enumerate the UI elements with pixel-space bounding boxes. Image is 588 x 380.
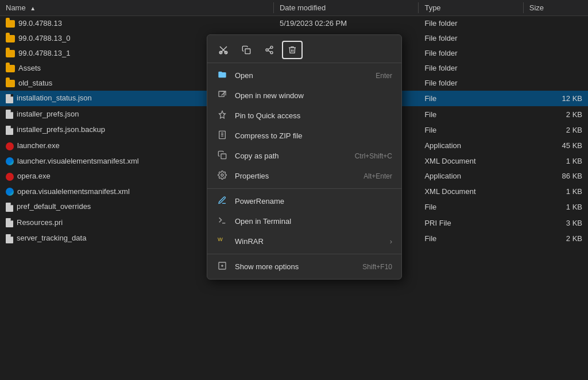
- file-type: File folder: [419, 61, 523, 76]
- ctx-item-open-terminal[interactable]: Open in Terminal: [207, 211, 401, 231]
- file-size: 2 KB: [524, 231, 588, 247]
- col-header-name[interactable]: Name ▲: [0, 0, 274, 16]
- ctx-item-icon-open-new: [216, 90, 228, 101]
- file-size: 1 KB: [524, 199, 588, 215]
- ctx-item-winrar[interactable]: W WinRAR ›: [207, 231, 401, 251]
- ctx-item-icon-open-terminal: [216, 216, 228, 227]
- folder-icon: [6, 50, 15, 57]
- ctx-item-shortcut-properties: Alt+Enter: [363, 172, 392, 180]
- ctx-item-more-options[interactable]: Show more options Shift+F10: [207, 257, 401, 277]
- ctx-top-btn-share[interactable]: [259, 41, 280, 59]
- file-date: 5/19/2023 02:26 PM: [274, 16, 419, 31]
- file-icon: [6, 94, 13, 103]
- file-type: XML Document: [419, 153, 523, 169]
- ctx-item-copy-path[interactable]: Copy as path Ctrl+Shift+C: [207, 146, 401, 166]
- file-size: 12 KB: [524, 91, 588, 107]
- file-type: File folder: [419, 16, 523, 31]
- file-icon: [6, 110, 13, 119]
- svg-line-11: [222, 91, 226, 95]
- ctx-top-btn-delete[interactable]: [282, 41, 303, 59]
- ctx-item-compress-zip[interactable]: Compress to ZIP file: [207, 126, 401, 146]
- ctx-item-properties[interactable]: Properties Alt+Enter: [207, 166, 401, 186]
- ctx-item-label-copy-path: Copy as path: [235, 152, 348, 160]
- svg-line-9: [268, 48, 271, 49]
- ctx-item-pin-quick[interactable]: Pin to Quick access: [207, 106, 401, 126]
- file-type: File: [419, 199, 523, 215]
- file-size: [524, 31, 588, 46]
- folder-icon: [6, 65, 15, 72]
- svg-line-8: [268, 51, 271, 52]
- ctx-item-icon-properties: [216, 170, 228, 181]
- ctx-item-icon-compress-zip: [216, 130, 228, 141]
- ctx-item-shortcut-open: Enter: [376, 72, 392, 80]
- svg-text:W: W: [218, 236, 223, 242]
- folder-icon: [6, 35, 15, 42]
- context-menu: Open Enter Open in new window Pin to Qui…: [207, 34, 402, 280]
- context-menu-top-bar: [207, 37, 401, 63]
- file-size: 86 KB: [524, 169, 588, 184]
- ctx-top-btn-copy[interactable]: [236, 41, 257, 59]
- ctx-item-icon-power-rename: [216, 196, 228, 207]
- file-size: 2 KB: [524, 122, 588, 138]
- context-menu-separator: [207, 254, 401, 254]
- ctx-item-open[interactable]: Open Enter: [207, 65, 401, 86]
- file-size: [524, 76, 588, 91]
- folder-icon: [6, 80, 15, 87]
- col-header-date[interactable]: Date modified: [274, 0, 419, 16]
- ctx-top-btn-cut[interactable]: [213, 41, 234, 59]
- file-type: File: [419, 231, 523, 247]
- file-name: 99.0.4788.13: [0, 16, 274, 31]
- ctx-item-shortcut-copy-path: Ctrl+Shift+C: [355, 152, 392, 160]
- ctx-item-icon-winrar: W: [216, 236, 228, 247]
- file-type: File folder: [419, 76, 523, 91]
- ctx-item-label-open: Open: [235, 71, 369, 80]
- file-size: [524, 46, 588, 61]
- context-menu-separator: [207, 188, 401, 189]
- file-type: File folder: [419, 46, 523, 61]
- ctx-item-label-properties: Properties: [235, 172, 357, 180]
- ctx-item-open-new[interactable]: Open in new window: [207, 86, 401, 106]
- ctx-item-label-more-options: Show more options: [235, 262, 355, 271]
- col-header-type[interactable]: Type: [419, 0, 523, 16]
- svg-point-5: [270, 46, 273, 48]
- file-size: [524, 16, 588, 31]
- svg-point-7: [270, 52, 273, 54]
- file-icon: [6, 203, 13, 212]
- sort-arrow: ▲: [30, 5, 36, 11]
- file-size: 1 KB: [524, 184, 588, 199]
- file-type: File: [419, 91, 523, 107]
- svg-point-6: [266, 49, 268, 51]
- file-size: [524, 61, 588, 76]
- ctx-item-icon-more-options: [216, 261, 228, 272]
- ctx-item-label-open-terminal: Open in Terminal: [235, 217, 392, 226]
- col-header-size[interactable]: Size: [524, 0, 588, 16]
- ctx-item-label-open-new: Open in new window: [235, 91, 392, 100]
- ctx-item-icon-open: [216, 70, 228, 81]
- file-size: 45 KB: [524, 138, 588, 154]
- ctx-item-power-rename[interactable]: PowerRename: [207, 191, 401, 211]
- ctx-item-icon-pin-quick: [216, 110, 228, 121]
- file-type: Application: [419, 169, 523, 184]
- file-type: File: [419, 122, 523, 138]
- ctx-item-label-compress-zip: Compress to ZIP file: [235, 131, 392, 140]
- ctx-item-label-pin-quick: Pin to Quick access: [235, 111, 392, 120]
- ctx-item-icon-copy-path: [216, 150, 228, 161]
- file-size: 3 KB: [524, 215, 588, 231]
- opera-icon: [6, 142, 14, 150]
- file-size: 2 KB: [524, 106, 588, 122]
- file-type: PRI File: [419, 215, 523, 231]
- ctx-item-arrow-winrar: ›: [390, 237, 392, 246]
- ctx-item-label-power-rename: PowerRename: [235, 197, 392, 205]
- file-type: XML Document: [419, 184, 523, 199]
- file-icon: [6, 234, 13, 243]
- file-icon: [6, 218, 13, 227]
- svg-point-17: [221, 174, 223, 176]
- opera-icon: [6, 173, 14, 181]
- file-type: Application: [419, 138, 523, 154]
- ctx-item-shortcut-more-options: Shift+F10: [362, 263, 392, 271]
- svg-rect-4: [245, 49, 250, 54]
- table-row[interactable]: 99.0.4788.13 5/19/2023 02:26 PM File fol…: [0, 16, 588, 31]
- edge-icon: [6, 157, 14, 165]
- ctx-item-label-winrar: WinRAR: [235, 237, 383, 246]
- folder-icon: [6, 20, 15, 28]
